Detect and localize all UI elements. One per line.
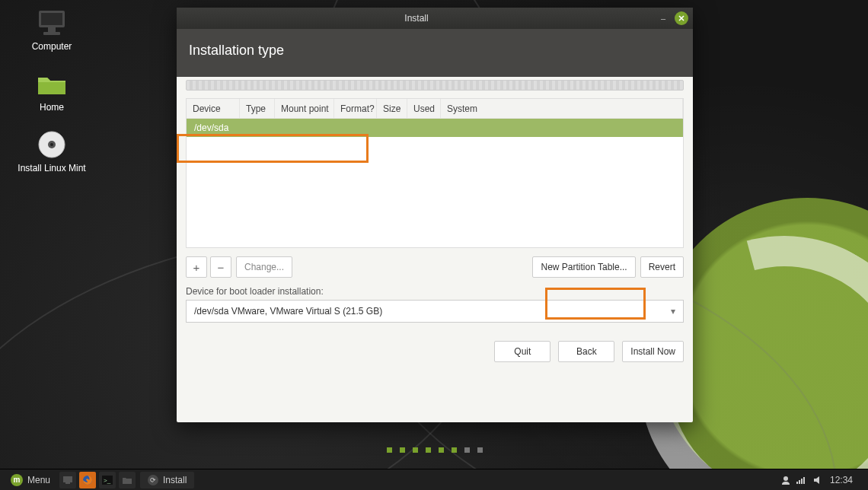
svg-rect-19 [803, 477, 805, 484]
column-used[interactable]: Used [407, 99, 441, 118]
step-dot [426, 447, 431, 453]
install-now-button[interactable]: Install Now [622, 341, 684, 362]
svg-rect-17 [799, 480, 800, 484]
desktop-icon-label: Home [40, 102, 64, 113]
step-dot [439, 447, 444, 453]
svg-rect-10 [63, 476, 72, 482]
column-mountpoint[interactable]: Mount point [275, 99, 334, 118]
desktop-icon [62, 476, 73, 485]
terminal-launcher[interactable]: >_ [99, 472, 116, 488]
menu-button[interactable]: m Menu [5, 473, 56, 488]
change-partition-button[interactable]: Change... [236, 256, 292, 278]
column-system[interactable]: System [441, 99, 683, 118]
task-icon: ⟳ [148, 475, 158, 485]
disc-icon [34, 129, 69, 160]
show-desktop-button[interactable] [59, 472, 76, 488]
step-indicator [177, 447, 693, 453]
svg-rect-16 [796, 482, 798, 484]
user-icon[interactable] [781, 476, 790, 485]
close-button[interactable] [675, 11, 688, 25]
boot-loader-value: /dev/sda VMware, VMware Virtual S (21.5 … [194, 306, 382, 317]
svg-text:>_: >_ [104, 477, 111, 484]
add-partition-button[interactable]: + [186, 256, 207, 278]
column-size[interactable]: Size [377, 99, 407, 118]
svg-rect-3 [43, 32, 60, 35]
system-tray: 12:34 [781, 475, 863, 485]
row-device: /dev/sda [194, 123, 228, 133]
volume-icon[interactable] [813, 476, 824, 485]
step-dot [477, 447, 483, 453]
column-type[interactable]: Type [240, 99, 275, 118]
partition-table-header: Device Type Mount point Format? Size Use… [187, 99, 683, 119]
svg-rect-1 [41, 13, 62, 25]
taskbar: m Menu >_ ⟳ Install 12:34 [0, 469, 868, 490]
window-titlebar[interactable]: Install – [177, 8, 693, 29]
folder-icon [122, 476, 132, 485]
minimize-button[interactable]: – [656, 11, 670, 25]
terminal-icon: >_ [102, 476, 113, 485]
revert-button[interactable]: Revert [640, 256, 684, 278]
column-format[interactable]: Format? [334, 99, 377, 118]
partition-table-body[interactable]: /dev/sda [187, 119, 683, 248]
menu-label: Menu [27, 475, 50, 485]
firefox-icon [82, 475, 93, 485]
table-row[interactable]: /dev/sda [187, 119, 683, 137]
computer-icon [34, 8, 69, 38]
desktop-icon-computer[interactable]: Computer [15, 8, 88, 52]
footer-buttons: Quit Back Install Now [186, 341, 684, 362]
clock[interactable]: 12:34 [830, 475, 853, 485]
step-dot [452, 447, 457, 453]
column-device[interactable]: Device [187, 99, 240, 118]
back-button[interactable]: Back [558, 341, 614, 362]
taskbar-task-install[interactable]: ⟳ Install [140, 472, 194, 488]
step-dot [400, 447, 405, 453]
disk-allocation-bar [186, 80, 684, 91]
desktop-icons: Computer Home Install Linux Mint [15, 8, 88, 173]
mint-logo-icon: m [11, 474, 23, 486]
firefox-launcher[interactable] [79, 472, 96, 488]
new-partition-table-button[interactable]: New Partition Table... [532, 256, 635, 278]
svg-rect-2 [48, 27, 56, 32]
window-title: Install [177, 13, 656, 24]
step-dot [413, 447, 418, 453]
remove-partition-button[interactable]: − [210, 256, 231, 278]
home-folder-icon [34, 68, 69, 99]
partition-actions: + − Change... New Partition Table... Rev… [186, 253, 684, 282]
boot-loader-label: Device for boot loader installation: [186, 286, 684, 297]
desktop-icon-home[interactable]: Home [15, 68, 88, 113]
page-title: Installation type [177, 29, 693, 77]
step-dot [464, 447, 470, 453]
files-launcher[interactable] [119, 472, 136, 488]
installer-window: Install – Installation type Device Type … [177, 8, 693, 422]
desktop-icon-label: Install Linux Mint [18, 163, 85, 173]
svg-point-15 [783, 476, 788, 481]
svg-rect-11 [65, 482, 70, 484]
desktop-icon-label: Computer [32, 41, 72, 52]
svg-point-7 [50, 143, 53, 146]
quit-button[interactable]: Quit [494, 341, 550, 362]
boot-loader-select[interactable]: /dev/sda VMware, VMware Virtual S (21.5 … [186, 300, 684, 323]
svg-rect-18 [801, 479, 803, 484]
task-label: Install [163, 475, 187, 485]
step-dot [387, 447, 392, 453]
desktop-icon-install[interactable]: Install Linux Mint [15, 129, 88, 173]
partition-table: Device Type Mount point Format? Size Use… [186, 98, 684, 248]
network-icon[interactable] [796, 476, 807, 485]
